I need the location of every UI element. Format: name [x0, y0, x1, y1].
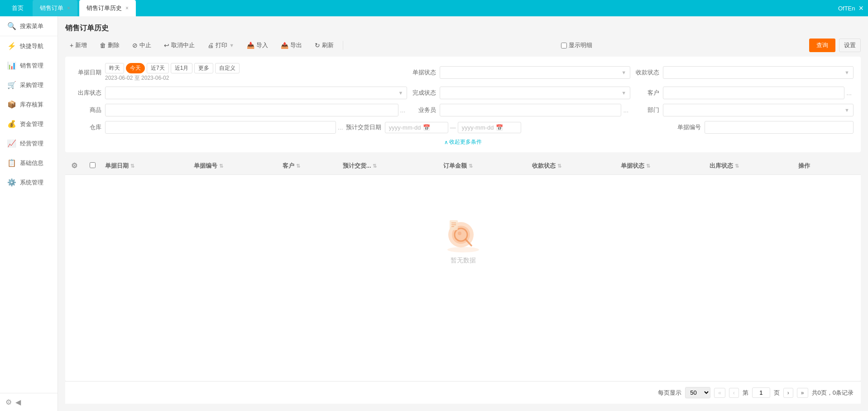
sort-payment-status-icon[interactable]: ⇅: [557, 163, 561, 169]
prev-page-button[interactable]: ‹: [729, 388, 739, 398]
sidebar-item-quick-nav-label: 快捷导航: [20, 42, 43, 50]
refresh-button[interactable]: ↻ 刷新: [310, 39, 338, 52]
sort-amount-icon[interactable]: ⇅: [469, 163, 473, 169]
dept-control[interactable]: ▼: [663, 104, 854, 116]
column-settings-icon[interactable]: ⚙: [71, 162, 77, 169]
delete-button[interactable]: 🗑 删除: [95, 39, 124, 52]
delivery-date-from[interactable]: yyyy-mm-dd 📅: [385, 122, 448, 133]
delivery-date-filter-item: 预计交货日期 yyyy-mm-dd 📅 — yyyy-mm-dd 📅: [345, 122, 672, 133]
sidebar-item-basic-info[interactable]: 📋 基础信息: [0, 153, 58, 173]
tab-sales-order-history[interactable]: 销售订单历史 ×: [79, 0, 136, 16]
order-status-control[interactable]: ▼: [440, 66, 630, 79]
sidebar-item-quick-nav[interactable]: ⚡ 快捷导航: [0, 36, 58, 56]
warehouse-input[interactable]: [105, 121, 336, 134]
table-header: ⚙ 单据日期 ⇅ 单据编号 ⇅: [65, 157, 861, 175]
today-btn[interactable]: 今天: [126, 63, 145, 73]
new-button[interactable]: + 新增: [65, 39, 91, 52]
order-no-label: 单据编号: [672, 123, 705, 131]
tab-sales-order-history-close[interactable]: ×: [125, 5, 129, 11]
export-button[interactable]: 📤 导出: [276, 39, 307, 52]
cancel-stop-button[interactable]: ↩ 取消中止: [159, 39, 199, 52]
stop-button[interactable]: ⊘ 中止: [128, 39, 156, 52]
collapse-btn[interactable]: ∧ 收起更多条件: [444, 138, 482, 146]
sidebar-item-sales-mgmt[interactable]: 📊 销售管理: [0, 56, 58, 75]
filter-row-3: 商品 ... 业务员 ... 部门: [72, 104, 854, 116]
sidebar-item-operation-label: 经营管理: [20, 140, 43, 148]
stop-icon: ⊘: [132, 42, 138, 49]
tab-home[interactable]: 首页: [5, 0, 31, 16]
product-input[interactable]: [105, 104, 398, 116]
display-column-checkbox[interactable]: [561, 43, 567, 48]
page-size-select[interactable]: 50 10 20 100: [685, 387, 710, 398]
next-page-button[interactable]: ›: [783, 388, 793, 398]
sidebar-item-inventory[interactable]: 📦 库存核算: [0, 95, 58, 114]
sidebar-search[interactable]: 🔍 搜索菜单: [0, 16, 58, 36]
custom-btn[interactable]: 自定义: [215, 63, 240, 73]
dept-select[interactable]: ▼: [663, 104, 854, 116]
sort-order-no-icon[interactable]: ⇅: [219, 163, 223, 169]
last1m-btn[interactable]: 近1月: [171, 63, 193, 73]
sort-order-status-icon[interactable]: ⇅: [646, 163, 650, 169]
sidebar-footer: ⚙ ◀: [0, 393, 58, 411]
order-no-control[interactable]: [705, 121, 854, 134]
close-window-icon[interactable]: ×: [858, 4, 863, 13]
print-button[interactable]: 🖨 打印 ▼: [203, 39, 239, 52]
purchase-mgmt-icon: 🛒: [7, 81, 16, 89]
date-label: 单据日期: [72, 68, 105, 77]
delivery-date-to[interactable]: yyyy-mm-dd 📅: [458, 122, 521, 133]
sort-date-icon[interactable]: ⇅: [130, 163, 134, 169]
salesman-browse-btn[interactable]: ...: [621, 105, 630, 116]
sort-customer-icon[interactable]: ⇅: [296, 163, 300, 169]
print-icon: 🖨: [207, 42, 214, 49]
sidebar-collapse-icon[interactable]: ◀: [15, 398, 21, 406]
sidebar-settings-icon[interactable]: ⚙: [5, 398, 12, 406]
more-btn[interactable]: 更多: [194, 63, 213, 73]
order-status-select[interactable]: ▼: [440, 66, 630, 79]
sidebar-item-purchase-mgmt[interactable]: 🛒 采购管理: [0, 75, 58, 95]
complete-control[interactable]: ▼: [440, 87, 630, 99]
order-no-input[interactable]: [705, 121, 854, 134]
sidebar-item-operation[interactable]: 📈 经营管理: [0, 134, 58, 153]
date-quick-buttons: 昨天 今天 近7天 近1月 更多 自定义: [105, 63, 407, 73]
customer-browse-btn[interactable]: ...: [844, 87, 854, 98]
customer-input[interactable]: [663, 87, 844, 99]
tab-sales-order[interactable]: 销售订单 ×: [33, 0, 77, 16]
last-page-button[interactable]: »: [797, 388, 808, 398]
warehouse-browse-btn[interactable]: ...: [336, 122, 345, 133]
complete-select[interactable]: ▼: [440, 87, 630, 99]
first-page-button[interactable]: «: [714, 388, 725, 398]
last7-btn[interactable]: 近7天: [147, 63, 169, 73]
empty-text: 暂无数据: [451, 256, 476, 265]
sort-outbound-status-icon[interactable]: ⇅: [735, 163, 739, 169]
payment-status-control[interactable]: ▼: [663, 66, 854, 79]
filter-row-2: 出库状态 ▼ 完成状态 ▼: [72, 87, 854, 99]
yesterday-btn[interactable]: 昨天: [105, 63, 124, 73]
query-button[interactable]: 查询: [809, 39, 835, 52]
page-number-input[interactable]: [752, 387, 770, 398]
sidebar-item-finance[interactable]: 💰 资金管理: [0, 114, 58, 134]
date-filter-item: 单据日期 昨天 今天 近7天 近1月 更多 自定义 2023-06-02 至 2…: [72, 63, 407, 82]
sidebar: 🔍 搜索菜单 ⚡ 快捷导航 📊 销售管理 🛒 采购管理 📦 库存核算 💰 资金管…: [0, 16, 58, 411]
complete-arrow-icon: ▼: [621, 90, 626, 96]
display-column-wrap[interactable]: 显示明细: [561, 41, 592, 49]
product-browse-btn[interactable]: ...: [398, 105, 408, 116]
filter-row-1: 单据日期 昨天 今天 近7天 近1月 更多 自定义 2023-06-02 至 2…: [72, 63, 854, 82]
delivery-date-control: yyyy-mm-dd 📅 — yyyy-mm-dd 📅: [385, 122, 672, 133]
settings-button[interactable]: 设置: [839, 39, 861, 52]
outbound-control[interactable]: ▼: [105, 87, 407, 99]
th-delivery-date-label: 预计交货...: [343, 162, 371, 169]
product-filter-item: 商品 ...: [72, 104, 407, 116]
finance-icon: 💰: [7, 120, 16, 128]
salesman-input[interactable]: [440, 104, 621, 116]
outbound-select[interactable]: ▼: [105, 87, 407, 99]
select-all-checkbox[interactable]: [90, 162, 96, 168]
sort-delivery-date-icon[interactable]: ⇅: [373, 163, 377, 169]
tab-sales-order-close[interactable]: ×: [67, 5, 70, 11]
delivery-date-to-value: yyyy-mm-dd: [462, 124, 494, 131]
cancel-stop-label: 取消中止: [171, 41, 195, 49]
payment-status-select[interactable]: ▼: [663, 66, 854, 79]
sidebar-item-system-mgmt[interactable]: ⚙️ 系统管理: [0, 173, 58, 192]
warehouse-label: 仓库: [72, 123, 105, 131]
delete-icon: 🗑: [100, 42, 106, 49]
import-button[interactable]: 📥 导入: [242, 39, 273, 52]
